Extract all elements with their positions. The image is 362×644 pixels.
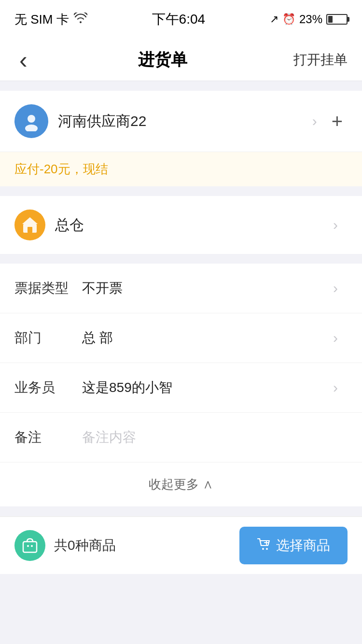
remark-label: 备注	[14, 428, 77, 447]
page-title: 进货单	[138, 49, 187, 71]
warehouse-name: 总仓	[55, 215, 333, 235]
product-count-label: 共0种商品	[54, 536, 239, 555]
remark-row[interactable]: 备注 备注内容	[0, 412, 362, 462]
warehouse-icon	[14, 210, 45, 240]
svg-point-0	[28, 115, 35, 123]
department-label: 部门	[14, 329, 77, 347]
notice-text: 应付-20元，现结	[14, 162, 108, 176]
invoice-value: 不开票	[77, 279, 333, 297]
product-bar: 共0种商品 选择商品	[0, 516, 362, 574]
svg-rect-5	[23, 542, 37, 552]
supplier-name: 河南供应商22	[58, 112, 312, 131]
notice-banner: 应付-20元，现结	[0, 152, 362, 186]
svg-rect-4	[28, 227, 32, 233]
invoice-chevron-icon: ›	[333, 280, 338, 296]
salesman-row[interactable]: 业务员 这是859的小智 ›	[0, 363, 362, 412]
time-label: 下午6:04	[152, 10, 206, 28]
form-card: 票据类型 不开票 › 部门 总 部 › 业务员 这是859的小智 › 备注 备注…	[0, 264, 362, 506]
salesman-chevron-icon: ›	[333, 379, 338, 396]
product-icon	[14, 530, 45, 561]
collapse-label: 收起更多 ∧	[149, 476, 213, 493]
salesman-label: 业务员	[14, 378, 77, 397]
location-icon: ↗	[270, 13, 278, 26]
status-left: 无 SIM 卡	[14, 11, 87, 28]
supplier-chevron-icon: ›	[312, 113, 317, 129]
svg-point-1	[25, 125, 38, 131]
status-right: ↗ ⏰ 23%	[270, 13, 348, 26]
warehouse-card: 总仓 ›	[0, 196, 362, 254]
bottom-bg	[0, 574, 362, 644]
gap3	[0, 254, 362, 264]
carrier-label: 无 SIM 卡	[14, 11, 69, 28]
warehouse-chevron-icon: ›	[333, 217, 338, 233]
alarm-icon: ⏰	[282, 13, 295, 26]
svg-marker-3	[22, 217, 38, 224]
select-product-label: 选择商品	[276, 536, 330, 555]
department-chevron-icon: ›	[333, 330, 338, 346]
department-value: 总 部	[77, 329, 333, 347]
invoice-label: 票据类型	[14, 279, 77, 297]
remark-input[interactable]: 备注内容	[77, 428, 348, 447]
select-product-button[interactable]: 选择商品	[239, 527, 348, 564]
battery-icon	[326, 14, 348, 25]
nav-bar: ‹ 进货单 打开挂单	[0, 39, 362, 81]
svg-point-6	[27, 545, 29, 547]
status-bar: 无 SIM 卡 下午6:04 ↗ ⏰ 23%	[0, 0, 362, 39]
wifi-icon	[74, 13, 87, 26]
back-button[interactable]: ‹	[14, 43, 32, 77]
open-pending-button[interactable]: 打开挂单	[293, 51, 348, 69]
gap2	[0, 186, 362, 196]
supplier-card: 河南供应商22 › + 应付-20元，现结	[0, 91, 362, 186]
supplier-avatar	[14, 104, 48, 138]
add-supplier-button[interactable]: +	[327, 109, 348, 133]
salesman-value: 这是859的小智	[77, 378, 333, 397]
battery-percent: 23%	[299, 13, 322, 26]
supplier-row[interactable]: 河南供应商22 › +	[0, 91, 362, 152]
collapse-row[interactable]: 收起更多 ∧	[0, 462, 362, 506]
warehouse-row[interactable]: 总仓 ›	[0, 196, 362, 254]
gap1	[0, 81, 362, 91]
invoice-row[interactable]: 票据类型 不开票 ›	[0, 264, 362, 313]
svg-point-9	[266, 548, 268, 550]
cart-icon	[257, 538, 271, 554]
svg-point-7	[31, 545, 33, 547]
department-row[interactable]: 部门 总 部 ›	[0, 313, 362, 363]
svg-point-8	[262, 548, 264, 550]
